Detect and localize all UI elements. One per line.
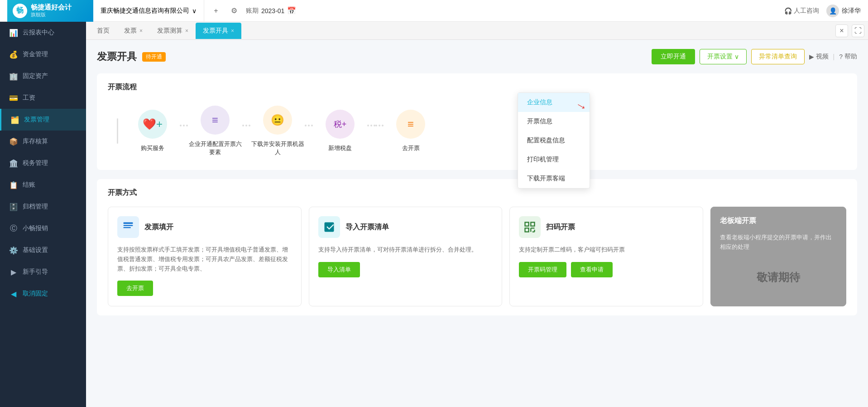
main-content: 首页 发票 × 发票测算 × 发票开具 × × ⛶ 发票开具 待开通 立即开通 <box>86 22 868 407</box>
sidebar-item-accounting[interactable]: 📋 结账 <box>0 174 86 196</box>
process-step-go-invoice[interactable]: ≡ 去开票 <box>384 110 438 152</box>
sidebar-label: 资金管理 <box>23 50 48 58</box>
dropdown-printer-mgmt[interactable]: 打印机管理 <box>518 150 590 169</box>
scan-invoice-actions: 开票码管理 查看申请 <box>519 262 694 277</box>
sidebar-label: 结账 <box>23 181 35 189</box>
tab-controls: × ⛶ <box>835 24 864 37</box>
tab-invoice-test-label: 发票测算 <box>157 27 182 35</box>
sidebar-item-fixed-assets[interactable]: 🏢 固定资产 <box>0 65 86 87</box>
sidebar-item-invoice-mgmt[interactable]: 🗂️ 发票管理 <box>0 109 86 131</box>
process-step-tax-disk[interactable]: 税+ 新增税盘 <box>313 110 367 152</box>
settings-icon[interactable]: ⚙ <box>228 5 240 17</box>
invoice-mgmt-icon: 🗂️ <box>10 115 19 124</box>
tab-invoice-issue[interactable]: 发票开具 × <box>196 23 241 39</box>
tab-home[interactable]: 首页 <box>90 23 117 39</box>
methods-section: 开票方式 发票填开 支持按照发票样式手工填开发票；可开具增值税电子普通发票、增值… <box>97 179 857 315</box>
buy-service-icon: ❤️+ <box>138 110 167 139</box>
inventory-icon: 📦 <box>9 137 18 146</box>
dropdown-invoice-info[interactable]: 开票信息 <box>518 112 590 131</box>
method-card-manual-fill: 发票填开 支持按照发票样式手工填开发票；可开具增值税电子普通发票、增值税普通发票… <box>108 207 302 306</box>
archive-icon: 🗄️ <box>9 202 18 211</box>
svg-rect-0 <box>124 223 133 224</box>
tab-bar: 首页 发票 × 发票测算 × 发票开具 × × ⛶ <box>86 22 868 40</box>
scan-invoice-desc: 支持定制开票二维码，客户端可扫码开票 <box>519 245 694 255</box>
method-card-import-list: 导入开票清单 支持导入待开票清单，可对待开票清单进行拆分、合并处理。 导入清单 <box>309 207 503 306</box>
sidebar-item-basic-settings[interactable]: ⚙️ 基础设置 <box>0 239 86 261</box>
expand-tab-button[interactable]: ⛶ <box>852 24 864 37</box>
tax-disk-icon: 税+ <box>326 110 355 139</box>
accounting-icon: 📋 <box>9 180 18 189</box>
settings-button[interactable]: 开票设置 ∨ <box>700 49 747 64</box>
sidebar-label: 发票管理 <box>24 116 49 124</box>
go-invoice-label: 去开票 <box>402 144 420 152</box>
import-list-actions: 导入清单 <box>318 262 493 277</box>
sidebar-item-new-guide[interactable]: ▶ 新手引导 <box>0 261 86 283</box>
view-apply-btn[interactable]: 查看申请 <box>571 262 613 277</box>
sidebar-label: 库存核算 <box>23 137 48 145</box>
dropdown-download-client[interactable]: 下载开票客端 <box>518 169 590 188</box>
svg-rect-1 <box>124 225 133 226</box>
download-label: 下载并安装开票机器人 <box>250 140 305 156</box>
sidebar: 📊 云报表中心 💰 资金管理 🏢 固定资产 💳 工资 🗂️ 发票管理 📦 库存核… <box>0 22 86 407</box>
abnormal-list-button[interactable]: 异常清单查询 <box>751 49 805 64</box>
sidebar-item-tax-mgmt[interactable]: 🏛️ 税务管理 <box>0 152 86 174</box>
sidebar-item-salary[interactable]: 💳 工资 <box>0 87 86 109</box>
cancel-fixed-icon: ◀ <box>9 289 18 298</box>
app-edition: 旗舰版 <box>31 11 72 18</box>
import-list-desc: 支持导入待开票清单，可对待开票清单进行拆分、合并处理。 <box>318 245 493 255</box>
step-connector-1 <box>180 125 188 137</box>
page-content: 发票开具 待开通 立即开通 开票设置 ∨ 异常清单查询 ▶ 视频 | ? 帮助 <box>86 40 868 407</box>
import-btn[interactable]: 导入清单 <box>318 262 360 277</box>
process-section-title: 开票流程 <box>108 82 846 92</box>
sidebar-item-inventory[interactable]: 📦 库存核算 <box>0 131 86 152</box>
help-label: 人工咨询 <box>794 7 819 15</box>
avatar: 👤 <box>826 5 839 17</box>
tax-icon: 🏛️ <box>9 159 18 168</box>
calendar-icon[interactable]: 📅 <box>287 6 296 15</box>
add-button[interactable]: + <box>210 5 222 17</box>
help-button[interactable]: 🎧 人工咨询 <box>784 7 819 15</box>
svg-rect-2 <box>124 227 131 228</box>
video-label: 视频 <box>816 53 829 61</box>
video-button[interactable]: ▶ 视频 <box>809 53 829 61</box>
tab-invoice-issue-close[interactable]: × <box>231 28 234 34</box>
sidebar-item-cloud-report[interactable]: 📊 云报表中心 <box>0 22 86 44</box>
svg-rect-5 <box>525 228 529 232</box>
buy-service-label: 购买服务 <box>141 144 164 152</box>
config-icon: ≡ <box>201 106 230 135</box>
company-selector[interactable]: 重庆畅捷交通信息咨询有限公司 ∨ <box>93 0 204 22</box>
status-badge: 待开通 <box>142 52 166 62</box>
sidebar-label: 云报表中心 <box>23 29 54 37</box>
dropdown-tax-disk-config[interactable]: 配置税盘信息 <box>518 131 590 150</box>
scan-icon <box>519 216 541 238</box>
process-step-config[interactable]: ≡ 企业开通配置开票六要素 <box>188 106 242 156</box>
user-info[interactable]: 👤 徐泽华 <box>826 5 861 17</box>
process-step-buy-service[interactable]: ❤️+ 购买服务 <box>125 110 180 152</box>
boss-invoice-overlay: 敬请期待 <box>720 270 837 285</box>
tab-invoice[interactable]: 发票 × <box>117 23 150 39</box>
sidebar-item-archive[interactable]: 🗄️ 归档管理 <box>0 196 86 218</box>
account-period: 账期 2023-01 📅 <box>246 6 296 15</box>
close-tab-button[interactable]: × <box>835 24 848 37</box>
process-step-download[interactable]: 😐 下载并安装开票机器人 <box>250 106 305 156</box>
go-invoice-button[interactable]: 去开票 <box>117 281 153 296</box>
page-header: 发票开具 待开通 立即开通 开票设置 ∨ 异常清单查询 ▶ 视频 | ? 帮助 <box>97 49 857 64</box>
tab-invoice-test-close[interactable]: × <box>185 28 188 34</box>
tab-invoice-test[interactable]: 发票测算 × <box>150 23 196 39</box>
help-button[interactable]: ? 帮助 <box>839 53 857 61</box>
play-icon: ▶ <box>809 53 814 60</box>
guide-icon: ▶ <box>9 267 18 276</box>
qr-manage-btn[interactable]: 开票码管理 <box>519 262 566 277</box>
manual-fill-icon <box>117 216 139 238</box>
step-connector-2 <box>242 125 250 137</box>
sidebar-item-cancel-fixed[interactable]: ◀ 取消固定 <box>0 283 86 305</box>
activate-button[interactable]: 立即开通 <box>652 49 695 64</box>
sidebar-item-fund-mgmt[interactable]: 💰 资金管理 <box>0 44 86 65</box>
headset-icon: 🎧 <box>784 7 792 15</box>
settings-button-label: 开票设置 <box>707 53 733 61</box>
tab-invoice-close[interactable]: × <box>139 28 143 34</box>
method-header-scan: 扫码开票 <box>519 216 694 238</box>
sidebar-label: 固定资产 <box>23 72 48 80</box>
logo-icon: 畅 <box>13 4 27 18</box>
sidebar-item-report-sales[interactable]: Ⓒ 小畅报销 <box>0 218 86 239</box>
